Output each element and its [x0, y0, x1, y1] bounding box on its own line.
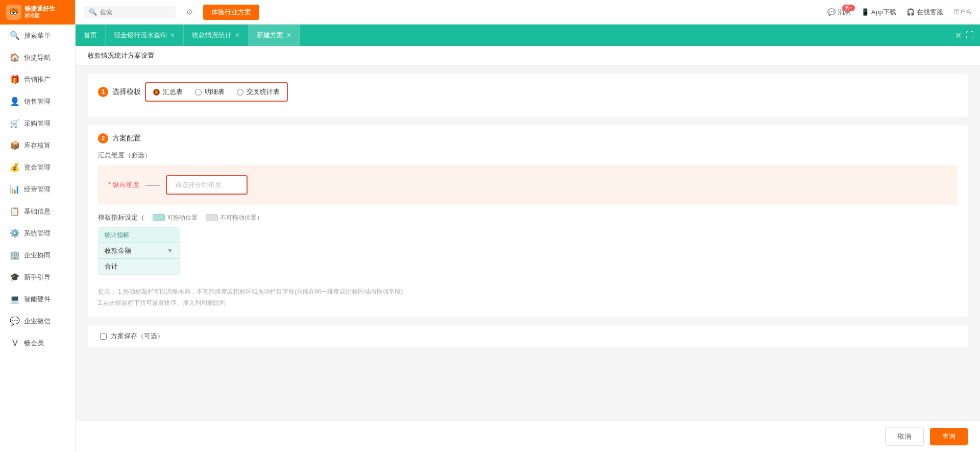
radio-summary[interactable]: 汇总表 [153, 87, 183, 97]
radio-summary-label: 汇总表 [163, 87, 183, 97]
sidebar: 🐯 畅捷通好生 标准版 🔍搜索菜单🏠快捷导航🎁营销推广👤销售管理🛒采购管理📦库存… [0, 0, 76, 452]
sidebar-item-search-menu[interactable]: 🔍搜索菜单 [0, 25, 75, 46]
messages-btn[interactable]: 💬 消息 99+ [827, 8, 851, 17]
gear-icon[interactable]: ⚙ [186, 7, 193, 17]
dimension-area: 纵向维度 —— 请选择分组维度 [98, 165, 958, 205]
sidebar-item-smart-hw[interactable]: 💻智能硬件 [0, 288, 75, 310]
marketing-icon: 🎁 [10, 75, 20, 84]
tab-home[interactable]: 首页 [76, 25, 106, 46]
chevron-down-icon[interactable]: ▼ [167, 247, 173, 254]
quick-nav-icon: 🏠 [10, 53, 20, 62]
download-icon: 📱 [861, 8, 869, 16]
tab-new-plan-label: 新建方案 [257, 31, 283, 40]
sales-icon: 👤 [10, 97, 20, 106]
cancel-button[interactable]: 取消 [885, 427, 924, 446]
finance-label: 资金管理 [24, 163, 51, 172]
page-content: 收款情况统计方案设置 1 选择模板 汇总表 明细表 [76, 46, 980, 452]
radio-detail-input[interactable] [195, 89, 202, 96]
vertical-label: 纵向维度 [108, 180, 139, 189]
members-label: 畅会员 [24, 339, 44, 348]
sidebar-item-system[interactable]: ⚙️系统管理 [0, 222, 75, 244]
corp-wechat-label: 企业微信 [24, 317, 51, 326]
service-icon: 🎧 [906, 8, 915, 16]
radio-cross-label: 交叉统计表 [247, 87, 280, 97]
footer-actions: 取消 查询 [76, 421, 980, 452]
online-service-btn[interactable]: 🎧 在线客服 [906, 8, 943, 17]
sidebar-item-corp-wechat[interactable]: 💬企业微信 [0, 310, 75, 332]
search-icon: 🔍 [89, 8, 97, 16]
tabbar-actions: ✕ ⛶ [949, 31, 980, 40]
tip-2: 2.点击标题栏下拉可设置排序、插入列和删除列 [98, 298, 958, 309]
tab-new-plan[interactable]: 新建方案✕ [249, 25, 300, 46]
tab-collection-stats[interactable]: 收款情况统计✕ [184, 25, 249, 46]
sidebar-item-inventory[interactable]: 📦库存核算 [0, 134, 75, 156]
main-area: 🔍 ⚙ 体验行业方案 💬 消息 99+ 📱 App下载 🎧 在线客服 用户名 首… [76, 0, 980, 452]
arrow-icon: —— [145, 181, 160, 189]
save-label: 方案保存（可选） [111, 331, 164, 341]
dimension-row: 纵向维度 —— 请选择分组维度 [108, 175, 947, 195]
search-bar[interactable]: 🔍 [84, 6, 176, 18]
radio-cross-input[interactable] [237, 89, 243, 96]
app-logo: 🐯 畅捷通好生 标准版 [0, 0, 75, 25]
logo-name: 畅捷通好生 [24, 5, 55, 12]
sidebar-item-corp-collab[interactable]: 🏢企业协同 [0, 244, 75, 266]
online-service-label: 在线客服 [917, 8, 943, 17]
save-checkbox[interactable] [100, 333, 107, 340]
tab-cash-bank[interactable]: 现金银行流水查询✕ [106, 25, 184, 46]
sidebar-item-members[interactable]: Ⅴ畅会员 [0, 332, 75, 354]
logo-sub: 标准版 [24, 12, 55, 19]
industry-btn[interactable]: 体验行业方案 [203, 5, 259, 20]
sidebar-item-marketing[interactable]: 🎁营销推广 [0, 68, 75, 90]
sidebar-nav: 🔍搜索菜单🏠快捷导航🎁营销推广👤销售管理🛒采购管理📦库存核算💰资金管理📊经营管理… [0, 25, 75, 452]
legend-nodrag-box [206, 214, 218, 221]
query-button[interactable]: 查询 [930, 428, 968, 445]
basic-info-icon: 📋 [10, 206, 20, 216]
user-name: 用户名 [953, 8, 972, 16]
dimension-selector[interactable]: 请选择分组维度 [166, 175, 248, 195]
tab-cash-bank-label: 现金银行流水查询 [114, 31, 167, 40]
tab-new-plan-close[interactable]: ✕ [286, 32, 291, 39]
logo-icon: 🐯 [6, 5, 21, 20]
members-icon: Ⅴ [10, 338, 20, 348]
fullscreen-icon[interactable]: ⛶ [966, 31, 974, 40]
sidebar-item-purchase[interactable]: 🛒采购管理 [0, 112, 75, 134]
system-label: 系统管理 [24, 229, 51, 238]
config-section: 汇总维度（必选） 纵向维度 —— 请选择分组维度 模板指标设定（ [98, 151, 958, 308]
finance-icon: 💰 [10, 162, 20, 172]
radio-summary-input[interactable] [153, 89, 160, 96]
step1-title: 选择模板 [112, 87, 141, 97]
beginner-icon: 🎓 [10, 272, 20, 282]
tab-cash-bank-close[interactable]: ✕ [170, 32, 175, 39]
inventory-label: 库存核算 [24, 141, 51, 150]
dimension-section-label: 汇总维度（必选） [98, 151, 958, 160]
sidebar-item-quick-nav[interactable]: 🏠快捷导航 [0, 46, 75, 68]
tip-1: 提示： 1.拖动标题栏可以调整布局，不可跨维度或指标区域拖动栏目字段(只能在同一… [98, 287, 958, 298]
messages-badge: 99+ [842, 5, 855, 11]
sidebar-item-sales[interactable]: 👤销售管理 [0, 90, 75, 112]
step2-num: 2 [98, 133, 108, 144]
metrics-item-label: 收款金额 [105, 246, 131, 255]
radio-detail[interactable]: 明细表 [195, 87, 225, 97]
app-download-label: App下载 [871, 8, 896, 17]
metrics-header-row: 模板指标设定（ 可拖动位置 不可拖动位置） [98, 213, 958, 222]
quick-nav-label: 快捷导航 [24, 53, 51, 62]
legend-nodrag-label: 不可拖动位置） [220, 213, 263, 222]
page-body: 1 选择模板 汇总表 明细表 交叉统计表 [76, 66, 980, 421]
purchase-icon: 🛒 [10, 118, 20, 128]
search-input[interactable] [100, 9, 166, 16]
sidebar-item-finance[interactable]: 💰资金管理 [0, 156, 75, 178]
sidebar-item-operations[interactable]: 📊经营管理 [0, 178, 75, 200]
search-menu-icon: 🔍 [10, 31, 20, 40]
app-download-btn[interactable]: 📱 App下载 [861, 8, 896, 17]
legend-draggable: 可拖动位置 [153, 213, 198, 222]
sales-label: 销售管理 [24, 97, 51, 106]
step2-title: 方案配置 [112, 134, 141, 143]
sidebar-item-basic-info[interactable]: 📋基础信息 [0, 200, 75, 222]
save-section: 方案保存（可选） [88, 325, 968, 347]
tabbar: 首页现金银行流水查询✕收款情况统计✕新建方案✕ ✕ ⛶ [76, 25, 980, 46]
sidebar-item-beginner[interactable]: 🎓新手引导 [0, 266, 75, 288]
close-all-icon[interactable]: ✕ [955, 31, 962, 40]
tab-collection-stats-close[interactable]: ✕ [235, 32, 240, 39]
radio-cross[interactable]: 交叉统计表 [237, 87, 280, 97]
topbar-right: 💬 消息 99+ 📱 App下载 🎧 在线客服 用户名 [827, 8, 972, 17]
